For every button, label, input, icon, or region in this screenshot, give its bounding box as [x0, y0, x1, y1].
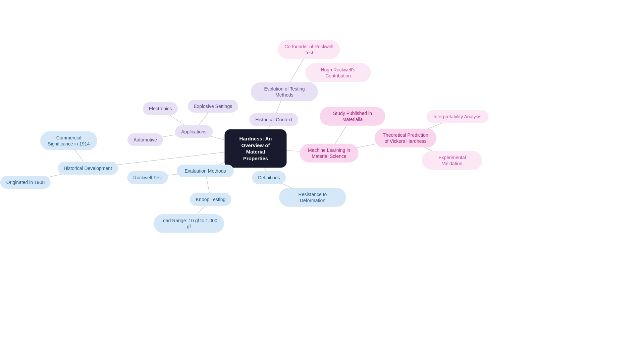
node-applications[interactable]: Applications [175, 125, 213, 138]
node-electronics[interactable]: Electronics [143, 102, 178, 115]
node-definitions[interactable]: Definitions [252, 171, 286, 184]
node-originated[interactable]: Originated in 1908 [0, 176, 51, 189]
node-studyPublished[interactable]: Study Published in Materialia [320, 107, 385, 126]
node-historicalContext[interactable]: Historical Context [249, 113, 298, 126]
node-machineLearning[interactable]: Machine Learning in Material Science [300, 144, 359, 163]
node-center[interactable]: Hardness: An Overview of Material Proper… [225, 129, 287, 168]
mindmap-canvas: Hardness: An Overview of Material Proper… [0, 0, 644, 363]
node-resistance[interactable]: Resistance to Deformation [279, 188, 346, 207]
node-automotive[interactable]: Automotive [127, 133, 163, 146]
node-knoop[interactable]: Knoop Testing [190, 193, 231, 206]
node-theoreticalPred[interactable]: Theoretical Prediction of Vickers Hardne… [375, 129, 437, 147]
node-loadRange[interactable]: Load Range: 10 gf to 1,000 gf [154, 214, 224, 233]
node-commercial[interactable]: Commercial Significance in 1914 [40, 131, 97, 150]
node-interpretability[interactable]: Interpretability Analysis [427, 110, 489, 123]
node-evolutionTesting[interactable]: Evolution of Testing Methods [251, 82, 318, 101]
node-historicalDev[interactable]: Historical Development [58, 162, 118, 175]
node-explosive[interactable]: Explosive Settings [188, 100, 238, 113]
node-hughRockwell[interactable]: Hugh Rockwell's Contribution [306, 63, 371, 82]
node-experimental[interactable]: Experimental Validation [422, 151, 482, 170]
node-rockwell[interactable]: Rockwell Test [127, 171, 168, 184]
node-cofounder[interactable]: Co-founder of Rockwell Test [278, 40, 340, 59]
node-evalMethods[interactable]: Evaluation Methods [177, 165, 234, 177]
